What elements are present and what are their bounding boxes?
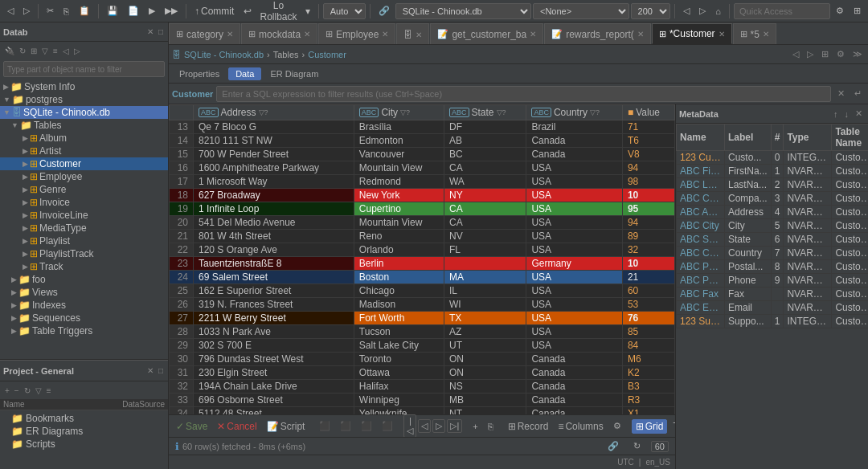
tree-item-views[interactable]: ▶📁Views	[0, 286, 168, 299]
cell-country[interactable]: Canada	[526, 148, 623, 161]
cell-city[interactable]: Ottawa	[354, 366, 444, 380]
cell-address[interactable]: 120 S Orange Ave	[194, 243, 354, 257]
tree-item-artist[interactable]: ▶⊞Artist	[0, 145, 168, 157]
country-filter-icon[interactable]: ▽?	[590, 108, 600, 116]
col-header-address[interactable]: ABC Address ▽?	[194, 105, 354, 120]
forward-button[interactable]: ▷	[695, 3, 710, 18]
table-row[interactable]: 25 162 E Superior Street Chicago IL USA …	[170, 284, 675, 298]
tree-item-system-info[interactable]: ▶📁System Info	[0, 80, 168, 93]
tree-item-invoice[interactable]: ▶⊞Invoice	[0, 196, 168, 209]
tree-item-playlisttrack[interactable]: ▶⊞PlaylistTrack	[0, 247, 168, 260]
table-row[interactable]: 19 1 Infinite Loop Cupertino CA USA 95	[170, 202, 675, 216]
cell-city[interactable]: Winnipeg	[354, 394, 444, 407]
cell-value[interactable]: 98	[622, 175, 674, 189]
tab-close-mockdata[interactable]: ✕	[304, 30, 310, 39]
run-button[interactable]: ▶▶	[161, 3, 182, 18]
col-header-city[interactable]: ABC City ▽?	[354, 105, 444, 120]
cell-address[interactable]: 162 E Superior Street	[194, 284, 354, 298]
address-filter-icon[interactable]: ▽?	[259, 108, 268, 116]
cell-city[interactable]: New York	[354, 189, 444, 202]
cell-country[interactable]: USA	[526, 175, 623, 189]
tree-item-sequences[interactable]: ▶📁Sequences	[0, 312, 168, 324]
cell-country[interactable]: USA	[526, 325, 623, 339]
cell-address[interactable]: 627 Broadway	[194, 189, 354, 202]
tab-5[interactable]: ⊞ *5 ✕	[733, 23, 776, 44]
cell-address[interactable]: 302 S 700 E	[194, 339, 354, 353]
tab-close-sqlite-chino[interactable]: ✕	[416, 31, 422, 39]
status-link-btn[interactable]: 🔗	[604, 439, 623, 453]
cell-state[interactable]: CA	[444, 202, 526, 216]
record-button[interactable]: ⊞ Record	[504, 419, 553, 434]
cell-address[interactable]: 541 Del Medio Avenue	[194, 216, 354, 230]
project-add-btn[interactable]: +	[3, 385, 11, 396]
tab-category[interactable]: ⊞ category ✕	[169, 23, 240, 44]
cell-state[interactable]: NY	[444, 189, 526, 202]
cell-value[interactable]: K2	[622, 366, 674, 380]
tree-item-employee[interactable]: ▶⊞Employee	[0, 170, 168, 183]
table-row[interactable]: 21 801 W 4th Street Reno NV USA 89	[170, 230, 675, 243]
table-row[interactable]: 26 319 N. Frances Street Madison WI USA …	[170, 298, 675, 312]
meta-row[interactable]: ABC Phone Phone 9 NVARCHAR Customer 2,14…	[677, 274, 869, 288]
cell-address[interactable]: 1 Microsoft Way	[194, 175, 354, 189]
tree-item-table-triggers[interactable]: ▶📁Table Triggers	[0, 324, 168, 337]
project-item-bookmarks[interactable]: 📁Bookmarks	[0, 412, 168, 425]
project-settings-btn[interactable]: ≡	[45, 385, 53, 396]
meta-row[interactable]: ABC Fax Fax NVARCHAR Customer 2,147,483	[677, 288, 869, 301]
cell-city[interactable]: Yellowknife	[354, 407, 444, 415]
meta-row[interactable]: ABC City City 5 NVARCHAR Customer 2,147,…	[677, 219, 869, 233]
back-button[interactable]: ◁	[679, 3, 694, 18]
tree-item-playlist[interactable]: ▶⊞Playlist	[0, 234, 168, 247]
col-header-state[interactable]: ABC State ▽?	[444, 105, 526, 120]
meta-table-container[interactable]: Name Label # Type Table Name Max V 123 C…	[676, 124, 868, 469]
cell-value[interactable]: 10	[622, 257, 674, 271]
copy-button[interactable]: ⎘	[59, 4, 73, 18]
cell-state[interactable]	[444, 257, 526, 271]
cell-country[interactable]: Canada	[526, 353, 623, 366]
cell-country[interactable]: USA	[526, 189, 623, 202]
tree-item-postgres[interactable]: ▼📁postgres	[0, 93, 168, 106]
tree-item-sqlite---chinook.db[interactable]: ▼🗄SQLite - Chinook.db	[0, 106, 168, 119]
tree-item-genre[interactable]: ▶⊞Genre	[0, 183, 168, 196]
quick-access-input[interactable]	[734, 3, 830, 19]
table-row[interactable]: 18 627 Broadway New York NY USA 10	[170, 189, 675, 202]
db-panel-close-btn[interactable]: ✕	[145, 27, 155, 37]
tab-er-diagram[interactable]: ER Diagram	[263, 67, 326, 80]
table-row[interactable]: 14 8210 111 ST NW Edmonton AB Canada T6	[170, 134, 675, 148]
cell-city[interactable]: Redmond	[354, 175, 444, 189]
add-row-btn[interactable]: +	[469, 420, 481, 433]
cell-value[interactable]: 10	[622, 189, 674, 202]
nav-first-btn[interactable]: |◁	[403, 414, 416, 438]
cell-country[interactable]: USA	[526, 202, 623, 216]
cell-address[interactable]: 801 W 4th Street	[194, 230, 354, 243]
table-row[interactable]: 20 541 Del Medio Avenue Mountain View CA…	[170, 216, 675, 230]
align-right-btn[interactable]: ⬛	[357, 419, 376, 433]
table-row[interactable]: 17 1 Microsoft Way Redmond WA USA 98	[170, 175, 675, 189]
tab-close-employee[interactable]: ✕	[382, 30, 388, 39]
table-row[interactable]: 27 2211 W Berry Street Fort Worth TX USA…	[170, 312, 675, 325]
db-next-btn[interactable]: ▷	[72, 46, 82, 56]
cell-city[interactable]: Edmonton	[354, 134, 444, 148]
project-item-er-diagrams[interactable]: 📁ER Diagrams	[0, 425, 168, 438]
meta-row[interactable]: 123 Cus... Custo... 0 INTEGER Customer 2…	[677, 151, 869, 165]
table-row[interactable]: 31 230 Elgin Street Ottawa ON Canada K2	[170, 366, 675, 380]
meta-row[interactable]: ABC Address Address 4 NVARCHAR Customer …	[677, 206, 869, 219]
align-center-btn[interactable]: ⬛	[336, 419, 355, 433]
tree-item-indexes[interactable]: ▶📁Indexes	[0, 299, 168, 312]
cell-value[interactable]: 32	[622, 243, 674, 257]
undo-button[interactable]: ◁	[3, 3, 18, 18]
tree-item-track[interactable]: ▶⊞Track	[0, 260, 168, 273]
meta-row[interactable]: ABC First... FirstNa... 1 NVARCHAR Custo…	[677, 165, 869, 178]
connect-button[interactable]: 🔗	[375, 3, 394, 18]
cell-state[interactable]: BC	[444, 148, 526, 161]
cell-city[interactable]: Brasília	[354, 120, 444, 134]
cell-address[interactable]: 700 W Pender Street	[194, 148, 354, 161]
state-filter-icon[interactable]: ▽?	[497, 108, 506, 116]
table-row[interactable]: 30 796 Dundas Street West Toronto ON Can…	[170, 353, 675, 366]
db-settings-btn[interactable]: ≡	[51, 46, 59, 56]
cell-address[interactable]: 796 Dundas Street West	[194, 353, 354, 366]
cell-country[interactable]: USA	[526, 284, 623, 298]
cell-address[interactable]: 2211 W Berry Street	[194, 312, 354, 325]
meta-row[interactable]: ABC Last... LastNa... 2 NVARCHAR Custome…	[677, 178, 869, 192]
cell-city[interactable]: Chicago	[354, 284, 444, 298]
cell-value[interactable]: 85	[622, 325, 674, 339]
